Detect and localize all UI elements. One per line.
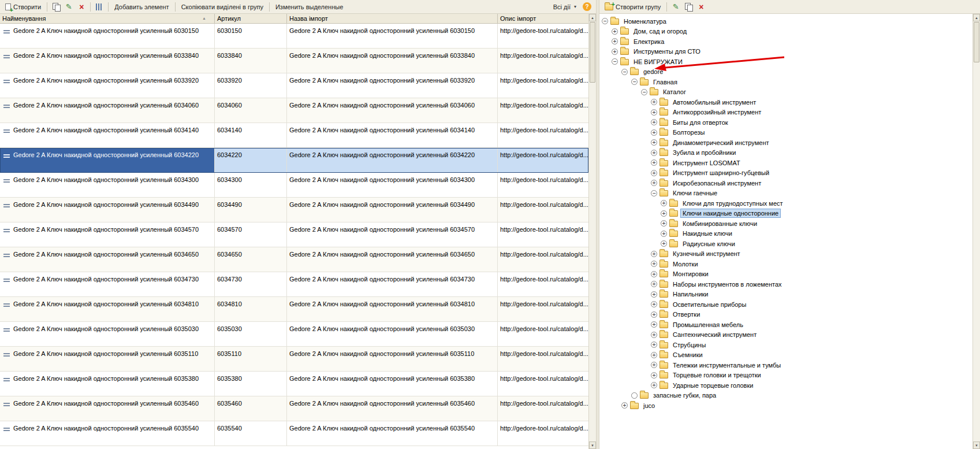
cell-import-name[interactable]: Gedore 2 A Ключ накидной односторонний у…	[287, 198, 498, 222]
cell-import-name[interactable]: Gedore 2 A Ключ накидной односторонний у…	[287, 98, 498, 123]
cell-article[interactable]: 6034300	[215, 173, 287, 197]
tree-item[interactable]: +Отвертки	[599, 310, 972, 320]
tree-item[interactable]: +Кузнечный инструмент	[599, 249, 972, 259]
add-element-button[interactable]: Добавить элемент	[111, 2, 172, 12]
tree-item-label[interactable]: Зубила и пробойники	[671, 149, 737, 157]
cell-name[interactable]: Gedore 2 A Ключ накидной односторонний у…	[0, 73, 215, 98]
tree-item-label[interactable]: Биты для отверток	[671, 118, 730, 127]
tree-item-label[interactable]: Каталог	[661, 88, 688, 96]
tree-item[interactable]: +Напильники	[599, 290, 972, 300]
tree-item-label[interactable]: Инструмент шарнирно-губцевый	[671, 169, 771, 177]
cell-import-name[interactable]: Gedore 2 A Ключ накидной односторонний у…	[287, 24, 498, 48]
column-header-import-name[interactable]: Назва імпорт	[287, 14, 498, 23]
cell-import-desc[interactable]: http://gedore-tool.ru/catalog/d...	[498, 98, 588, 123]
cell-name[interactable]: Gedore 2 A Ключ накидной односторонний у…	[0, 198, 215, 222]
tree-item-label[interactable]: Антикоррозийный инструмент	[671, 108, 763, 116]
tree-item[interactable]: +Зубила и пробойники	[599, 148, 972, 158]
cell-import-desc[interactable]: http://gedore-tool.ru/catalog/d...	[498, 198, 588, 222]
cell-import-name[interactable]: Gedore 2 A Ключ накидной односторонний у…	[287, 421, 498, 446]
tree-item-label[interactable]: juco	[642, 402, 657, 410]
tree-item-label[interactable]: Промышленная мебель	[671, 321, 745, 329]
table-row[interactable]: Gedore 2 A Ключ накидной односторонний у…	[0, 396, 588, 421]
table-row[interactable]: Gedore 2 A Ключ накидной односторонний у…	[0, 272, 588, 297]
tree-item-label[interactable]: Автомобильный инструмент	[671, 98, 758, 106]
expander-icon[interactable]: +	[651, 281, 657, 287]
tree-item-label[interactable]: gedore	[642, 68, 665, 76]
cell-article[interactable]: 6034810	[215, 297, 287, 321]
tree-item[interactable]: +Промышленная мебель	[599, 320, 972, 330]
tree-item-label[interactable]: Ударные торцевые головки	[671, 381, 755, 389]
column-header-name[interactable]: Найменування ▲	[0, 14, 215, 23]
tree-item-label[interactable]: Торцевые головки и трещотки	[671, 371, 763, 379]
tree-item[interactable]: −Номенклатура	[599, 16, 972, 27]
tree-scrollbar[interactable]: ▲ ▼	[972, 14, 980, 449]
tree-item[interactable]: −gedore	[599, 67, 972, 77]
cell-article[interactable]: 6034220	[215, 148, 287, 172]
tree-item-label[interactable]: Комбинированные ключи	[681, 220, 759, 228]
cell-name[interactable]: Gedore 2 A Ключ накидной односторонний у…	[0, 222, 215, 247]
cell-import-name[interactable]: Gedore 2 A Ключ накидной односторонний у…	[287, 148, 498, 172]
cell-article[interactable]: 6035380	[215, 372, 287, 396]
tree-item-label[interactable]: Осветительные приборы	[671, 300, 748, 309]
tree-item[interactable]: +Осветительные приборы	[599, 299, 972, 310]
tree-item[interactable]: +Наборы инструментов в ложементах	[599, 279, 972, 290]
set-interval-button[interactable]	[94, 1, 105, 13]
tree-item-label[interactable]: Тележки инструментальные и тумбы	[671, 361, 782, 369]
expander-icon[interactable]: −	[621, 69, 628, 75]
tree-item[interactable]: +Инструменты для СТО	[599, 47, 972, 57]
expander-icon[interactable]: +	[651, 342, 657, 348]
cell-name[interactable]: Gedore 2 A Ключ накидной односторонний у…	[0, 247, 215, 272]
cell-import-name[interactable]: Gedore 2 A Ключ накидной односторонний у…	[287, 297, 498, 321]
tree-item-label[interactable]: Радиусные ключи	[681, 240, 737, 248]
cell-article[interactable]: 6035110	[215, 347, 287, 371]
tree-item-label[interactable]: Монтировки	[671, 270, 710, 278]
cell-import-name[interactable]: Gedore 2 A Ключ накидной односторонний у…	[287, 247, 498, 272]
expander-icon[interactable]: +	[651, 109, 657, 116]
cell-name[interactable]: Gedore 2 A Ключ накидной односторонний у…	[0, 396, 215, 421]
expander-icon[interactable]: +	[651, 150, 657, 156]
create-button[interactable]: Створити	[2, 2, 44, 12]
tree-item-label[interactable]: Накидные ключи	[681, 229, 734, 238]
table-row[interactable]: Gedore 2 A Ключ накидной односторонний у…	[0, 198, 588, 222]
table-row[interactable]: Gedore 2 A Ключ накидной односторонний у…	[0, 173, 588, 198]
cell-import-name[interactable]: Gedore 2 A Ключ накидной односторонний у…	[287, 322, 498, 346]
copy-selected-to-group-button[interactable]: Скопіювати виділені в групу	[178, 2, 266, 12]
expander-icon[interactable]: −	[651, 190, 657, 196]
change-selected-button[interactable]: Изменить выделенные	[273, 2, 346, 12]
expander-icon[interactable]: +	[651, 129, 657, 136]
expander-icon[interactable]: +	[612, 38, 618, 44]
scroll-down-icon[interactable]: ▼	[973, 441, 980, 449]
tree-item-label[interactable]: Съемники	[671, 351, 705, 359]
expander-icon[interactable]: −	[641, 89, 647, 95]
delete-item-button[interactable]: ×	[76, 1, 87, 13]
scrollbar-thumb[interactable]	[590, 22, 595, 83]
tree-item[interactable]: запасные губки, пара	[599, 391, 972, 401]
cell-name[interactable]: Gedore 2 A Ключ накидной односторонний у…	[0, 272, 215, 296]
scroll-up-icon[interactable]: ▲	[589, 14, 596, 21]
scroll-down-icon[interactable]: ▼	[589, 441, 596, 449]
tree-item-label[interactable]: Отвертки	[671, 310, 702, 318]
cell-import-name[interactable]: Gedore 2 A Ключ накидной односторонний у…	[287, 222, 498, 247]
cell-import-name[interactable]: Gedore 2 A Ключ накидной односторонний у…	[287, 123, 498, 147]
tree-item[interactable]: −Главная	[599, 77, 972, 87]
cell-import-desc[interactable]: http://gedore-tool.ru/catalog/d...	[498, 173, 588, 197]
tree-item-label[interactable]: Електрика	[632, 38, 666, 46]
cell-name[interactable]: Gedore 2 A Ключ накидной односторонний у…	[0, 322, 215, 346]
tree-item-label[interactable]: Молотки	[671, 260, 700, 268]
tree-item-label[interactable]: Наборы инструментов в ложементах	[671, 280, 784, 288]
expander-icon[interactable]: −	[612, 58, 618, 65]
column-header-import-desc[interactable]: Опис імпорт	[498, 14, 588, 23]
cell-import-desc[interactable]: http://gedore-tool.ru/catalog/d...	[498, 272, 588, 296]
tree-item-label[interactable]: Кузнечный инструмент	[671, 250, 742, 258]
cell-name[interactable]: Gedore 2 A Ключ накидной односторонний у…	[0, 173, 215, 197]
expander-icon[interactable]: +	[651, 332, 657, 338]
tree-item-label[interactable]: Ключи для труднодоступных мест	[681, 199, 785, 207]
cell-import-desc[interactable]: http://gedore-tool.ru/catalog/d...	[498, 322, 588, 346]
cell-import-name[interactable]: Gedore 2 A Ключ накидной односторонний у…	[287, 396, 498, 421]
cell-import-desc[interactable]: http://gedore-tool.ru/catalog/d...	[498, 372, 588, 396]
tree-item[interactable]: +Електрика	[599, 36, 972, 47]
cell-article[interactable]: 6035030	[215, 322, 287, 346]
scrollbar-thumb[interactable]	[974, 22, 979, 62]
tree-item-label[interactable]: Инструмент LOSOMAT	[671, 159, 742, 167]
tree-item[interactable]: +Биты для отверток	[599, 117, 972, 128]
